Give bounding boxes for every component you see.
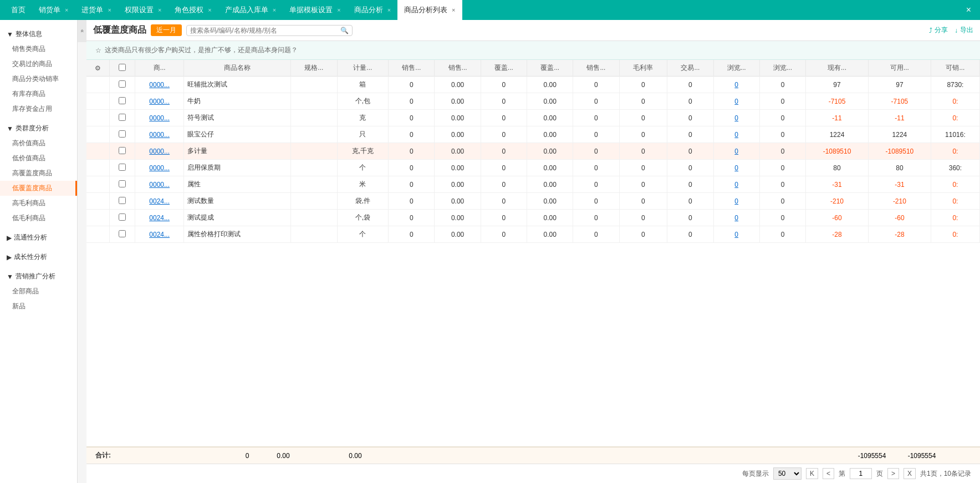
sales-sub-col-header[interactable]: 销售...: [573, 60, 619, 77]
nav-tab-analysis[interactable]: 商品分析 ×: [348, 0, 397, 20]
sidebar-item-traded-goods[interactable]: 交易过的商品: [0, 57, 77, 72]
table-container[interactable]: ⚙ 商... 商品名称 规格... 计量... 销售... 销售... 覆盖..…: [86, 60, 980, 446]
nav-tab-sales[interactable]: 销货单 ×: [32, 0, 75, 20]
close-icon[interactable]: ×: [108, 7, 111, 13]
close-icon[interactable]: ×: [273, 7, 276, 13]
next-page-button[interactable]: >: [887, 468, 899, 479]
row-settings[interactable]: [86, 226, 110, 243]
time-filter-button[interactable]: 近一月: [151, 24, 182, 36]
sidebar-item-category-rate[interactable]: 商品分类动销率: [0, 72, 77, 87]
nav-tab-role[interactable]: 角色授权 ×: [168, 0, 218, 20]
row-settings[interactable]: [86, 193, 110, 210]
sidebar-item-high-value[interactable]: 高价值商品: [0, 136, 77, 151]
export-button[interactable]: ↓ 导出: [955, 26, 973, 35]
row-browse1[interactable]: 0: [713, 110, 759, 126]
row-settings[interactable]: [86, 93, 110, 110]
row-settings[interactable]: [86, 143, 110, 160]
nav-tab-product-entry[interactable]: 产成品入库单 ×: [218, 0, 283, 20]
row-browse1[interactable]: 0: [713, 160, 759, 176]
sidebar-item-low-coverage[interactable]: 低覆盖度商品: [0, 181, 77, 196]
row-settings[interactable]: [86, 77, 110, 93]
sidebar-collapse-button[interactable]: «: [78, 20, 86, 42]
coverage1-col-header[interactable]: 覆盖...: [481, 60, 527, 77]
row-browse1[interactable]: 0: [713, 226, 759, 243]
row-browse1[interactable]: 0: [713, 126, 759, 143]
row-browse1[interactable]: 0: [713, 77, 759, 93]
close-icon[interactable]: ×: [208, 7, 211, 13]
sidebar-item-high-margin[interactable]: 高毛利商品: [0, 196, 77, 211]
sidebar-group-circulation[interactable]: ▶ 流通性分析: [0, 230, 77, 245]
row-checkbox[interactable]: [110, 176, 135, 193]
row-checkbox[interactable]: [110, 93, 135, 110]
gross-margin-col-header[interactable]: 毛利率: [619, 60, 667, 77]
sidebar-group-overall[interactable]: ▼ 整体信息: [0, 27, 77, 42]
sidebar-item-low-value[interactable]: 低价值商品: [0, 151, 77, 166]
name-col-header[interactable]: 商品名称: [184, 60, 291, 77]
row-checkbox[interactable]: [110, 126, 135, 143]
row-browse1[interactable]: 0: [713, 143, 759, 160]
row-browse1[interactable]: 0: [713, 176, 759, 193]
row-checkbox[interactable]: [110, 226, 135, 243]
row-trade: 0: [667, 160, 713, 176]
page-input[interactable]: [850, 468, 872, 479]
sidebar-item-new-goods[interactable]: 新品: [0, 299, 77, 314]
sales-amt-col-header[interactable]: 销售...: [435, 60, 481, 77]
share-button[interactable]: ⤴ 分享: [929, 26, 948, 35]
prev-page-button[interactable]: <: [823, 468, 834, 479]
per-page-select[interactable]: 50 20 100: [773, 467, 802, 480]
row-checkbox[interactable]: [110, 193, 135, 210]
close-all-button[interactable]: ×: [962, 5, 976, 15]
nav-tab-purchase[interactable]: 进货单 ×: [75, 0, 118, 20]
row-browse1[interactable]: 0: [713, 93, 759, 110]
trade-col-header[interactable]: 交易...: [667, 60, 713, 77]
row-checkbox[interactable]: [110, 110, 135, 126]
nav-tab-home[interactable]: 首页: [4, 0, 32, 20]
sidebar-group-cluster[interactable]: ▼ 类群度分析: [0, 121, 77, 136]
last-page-button[interactable]: X: [904, 468, 916, 479]
unit-col-header[interactable]: 计量...: [337, 60, 389, 77]
nav-tab-template[interactable]: 单据模板设置 ×: [283, 0, 347, 20]
row-checkbox[interactable]: [110, 143, 135, 160]
coverage2-col-header[interactable]: 覆盖...: [527, 60, 573, 77]
close-icon[interactable]: ×: [158, 7, 161, 13]
row-settings[interactable]: [86, 160, 110, 176]
nav-tab-analysis-list[interactable]: 商品分析列表 ×: [397, 0, 462, 20]
row-settings[interactable]: [86, 210, 110, 226]
checkbox-col-header[interactable]: [110, 60, 135, 77]
current-stock-col-header[interactable]: 现有...: [806, 60, 869, 77]
close-icon[interactable]: ×: [387, 7, 391, 13]
browse2-col-header[interactable]: 浏览...: [759, 60, 805, 77]
close-icon[interactable]: ×: [65, 7, 68, 13]
sidebar-item-high-coverage[interactable]: 高覆盖度商品: [0, 166, 77, 181]
saleable-col-header[interactable]: 可销...: [931, 60, 979, 77]
close-icon[interactable]: ×: [452, 7, 455, 13]
row-checkbox[interactable]: [110, 210, 135, 226]
row-settings[interactable]: [86, 176, 110, 193]
sidebar-group-marketing[interactable]: ▼ 营销推广分析: [0, 269, 77, 284]
sidebar-item-sales-goods[interactable]: 销售类商品: [0, 42, 77, 57]
spec-col-header[interactable]: 规格...: [291, 60, 337, 77]
sidebar-group-growth[interactable]: ▶ 成长性分析: [0, 250, 77, 265]
close-icon[interactable]: ×: [337, 7, 340, 13]
first-page-button[interactable]: K: [806, 468, 818, 479]
row-settings[interactable]: [86, 126, 110, 143]
nav-tab-permission[interactable]: 权限设置 ×: [118, 0, 168, 20]
sidebar-item-stock-capital[interactable]: 库存资金占用: [0, 101, 77, 116]
row-current-stock: -11: [806, 110, 869, 126]
row-settings[interactable]: [86, 110, 110, 126]
code-col-header[interactable]: 商...: [135, 60, 184, 77]
row-browse1[interactable]: 0: [713, 210, 759, 226]
sidebar-item-all-goods[interactable]: 全部商品: [0, 284, 77, 299]
sidebar-item-low-margin[interactable]: 低毛利商品: [0, 211, 77, 226]
search-input[interactable]: [190, 27, 338, 34]
sales-qty-col-header[interactable]: 销售...: [389, 60, 435, 77]
settings-col-header[interactable]: ⚙: [86, 60, 110, 77]
row-checkbox[interactable]: [110, 160, 135, 176]
sidebar-item-stocked-goods[interactable]: 有库存商品: [0, 87, 77, 101]
search-icon[interactable]: 🔍: [340, 27, 349, 34]
available-stock-col-header[interactable]: 可用...: [868, 60, 931, 77]
row-checkbox[interactable]: [110, 77, 135, 93]
row-browse1[interactable]: 0: [713, 193, 759, 210]
select-all-checkbox[interactable]: [119, 64, 126, 71]
browse1-col-header[interactable]: 浏览...: [713, 60, 759, 77]
